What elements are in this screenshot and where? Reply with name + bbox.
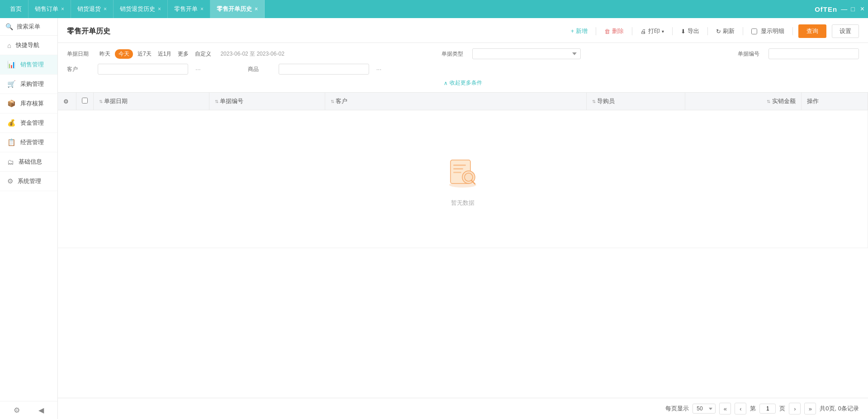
info-icon: 🗂 [7,158,14,166]
main-layout: 🔍 搜索采单 ⌂ 快捷导航 📊 销售管理 🛒 采购管理 📦 库存核算 💰 资金管… [0,18,868,419]
date-options: 昨天 今天 近7天 近1月 更多 自定义 [98,49,213,59]
th-checkbox[interactable] [76,93,93,110]
product-browse-btn[interactable]: ··· [376,66,382,73]
tab-sales-return[interactable]: 销货退货 × [71,0,114,18]
page-suffix: 页 [779,405,785,413]
close-tab-retail-open-history[interactable]: × [255,6,258,12]
tab-sales-order[interactable]: 销售订单 × [28,0,71,18]
sidebar-settings-btn[interactable]: ⚙ [14,406,20,414]
export-button[interactable]: ⬇ 导出 [678,25,702,37]
query-button[interactable]: 查询 [798,24,826,38]
sidebar-item-quick-nav[interactable]: ⌂ 快捷导航 [0,36,57,55]
date-range-text: 2023-06-02 至 2023-06-02 [220,50,284,58]
delete-button[interactable]: 🗑 删除 [602,25,626,37]
filter-row-date: 单据日期 昨天 今天 近7天 近1月 更多 自定义 2023-06-02 至 2… [67,48,859,59]
sidebar-item-purchase-mgmt[interactable]: 🛒 采购管理 [0,75,57,94]
date-opt-yesterday[interactable]: 昨天 [98,49,112,59]
date-opt-1month[interactable]: 近1月 [156,49,174,59]
sidebar-item-basic-info[interactable]: 🗂 基础信息 [0,152,57,172]
table-body: 暂无数据 [58,110,868,248]
sidebar-collapse-btn[interactable]: ◀ [38,406,44,414]
tab-home[interactable]: 首页 [4,0,28,18]
doc-type-label: 单据类型 [441,50,467,58]
th-guide[interactable]: ⇅ 导购员 [586,93,685,110]
system-icon: ⚙ [7,177,13,185]
column-settings-icon[interactable]: ⚙ [63,98,69,105]
toolbar-divider-5 [743,27,743,35]
filter-area: 单据日期 昨天 今天 近7天 近1月 更多 自定义 2023-06-02 至 2… [58,43,868,93]
sort-icon-3: ⇅ [331,99,334,104]
toolbar-divider-2 [632,27,632,35]
th-doc-date[interactable]: ⇅ 单据日期 [93,93,209,110]
empty-state: 暂无数据 [63,115,862,243]
refresh-button[interactable]: ↻ 刷新 [713,25,737,37]
product-label: 商品 [248,66,273,73]
page-number-input[interactable]: 1 [759,404,776,414]
refresh-icon: ↻ [716,28,721,35]
date-opt-custom[interactable]: 自定义 [193,49,213,59]
toolbar-divider-4 [707,27,708,35]
close-tab-sales-return[interactable]: × [104,6,107,12]
th-settings[interactable]: ⚙ [58,93,76,110]
close-tab-sales-return-history[interactable]: × [158,6,161,12]
per-page-label: 每页显示 [665,405,689,413]
box-icon: 📦 [7,99,16,108]
th-amount[interactable]: ⇅ 实销金额 [685,93,801,110]
collapse-icon: ∧ [444,80,448,86]
close-tab-retail-open[interactable]: × [200,6,204,12]
select-all-checkbox[interactable] [82,98,88,104]
first-page-btn[interactable]: « [719,403,731,414]
tab-retail-open-history[interactable]: 零售开单历史 × [210,0,265,18]
th-doc-number[interactable]: ⇅ 单据编号 [209,93,325,110]
customer-input[interactable] [98,64,188,75]
print-dropdown-icon: ▾ [662,29,664,34]
search-icon: 🔍 [5,23,13,30]
sort-icon: ⇅ [99,99,103,104]
window-restore[interactable]: □ [851,5,854,13]
per-page-select[interactable]: 10 20 50 100 [693,404,716,414]
window-minimize[interactable]: — [841,5,847,13]
svg-rect-4 [453,172,461,173]
product-input[interactable] [279,64,369,75]
toolbar-divider-3 [672,27,673,35]
doc-number-input[interactable] [768,48,859,59]
add-button[interactable]: + 新增 [568,25,590,37]
filter-row-customer: 客户 ··· 商品 ··· [67,64,859,75]
date-opt-7days[interactable]: 近7天 [136,49,153,59]
date-opt-more[interactable]: 更多 [176,49,190,59]
display-detail-checkbox[interactable] [751,28,757,34]
sidebar-item-finance[interactable]: 💰 资金管理 [0,113,57,133]
collapse-filter-btn[interactable]: ∧ 收起更多条件 [67,79,859,87]
delete-icon: 🗑 [604,28,610,35]
tab-retail-open[interactable]: 零售开单 × [168,0,210,18]
doc-number-label: 单据编号 [738,50,763,58]
next-page-btn[interactable]: › [789,403,801,414]
last-page-btn[interactable]: » [804,403,816,414]
display-detail-btn[interactable]: 显示明细 [749,25,787,37]
window-close[interactable]: × [860,5,864,13]
settings-button[interactable]: 设置 [832,24,859,38]
close-tab-sales-order[interactable]: × [61,6,64,12]
content-area: 零售开单历史 + 新增 🗑 删除 🖨 打印 ▾ ⬇ 导出 [58,18,868,419]
sidebar-item-inventory[interactable]: 📦 库存核算 [0,94,57,113]
tab-sales-return-history[interactable]: 销货退货历史 × [114,0,168,18]
operations-icon: 📋 [7,138,16,146]
page-title: 零售开单历史 [67,27,110,36]
empty-state-cell: 暂无数据 [58,110,868,248]
date-opt-today[interactable]: 今天 [115,49,133,59]
sidebar-item-system[interactable]: ⚙ 系统管理 [0,172,57,191]
sidebar: 🔍 搜索采单 ⌂ 快捷导航 📊 销售管理 🛒 采购管理 📦 库存核算 💰 资金管… [0,18,58,419]
prev-page-btn[interactable]: ‹ [735,403,746,414]
customer-browse-btn[interactable]: ··· [195,66,201,73]
th-customer[interactable]: ⇅ 客户 [325,93,586,110]
sidebar-search[interactable]: 🔍 搜索采单 [0,18,57,36]
sidebar-item-operations[interactable]: 📋 经营管理 [0,133,57,152]
home-icon: ⌂ [7,42,11,49]
sidebar-item-sales-mgmt[interactable]: 📊 销售管理 [0,55,57,75]
doc-type-select[interactable] [472,48,581,59]
toolbar-divider-1 [596,27,596,35]
page-header: 零售开单历史 + 新增 🗑 删除 🖨 打印 ▾ ⬇ 导出 [58,18,868,43]
sort-icon-4: ⇅ [592,99,596,104]
print-button[interactable]: 🖨 打印 ▾ [638,25,667,37]
data-table: ⚙ ⇅ 单据日期 ⇅ 单据编号 [58,93,868,248]
